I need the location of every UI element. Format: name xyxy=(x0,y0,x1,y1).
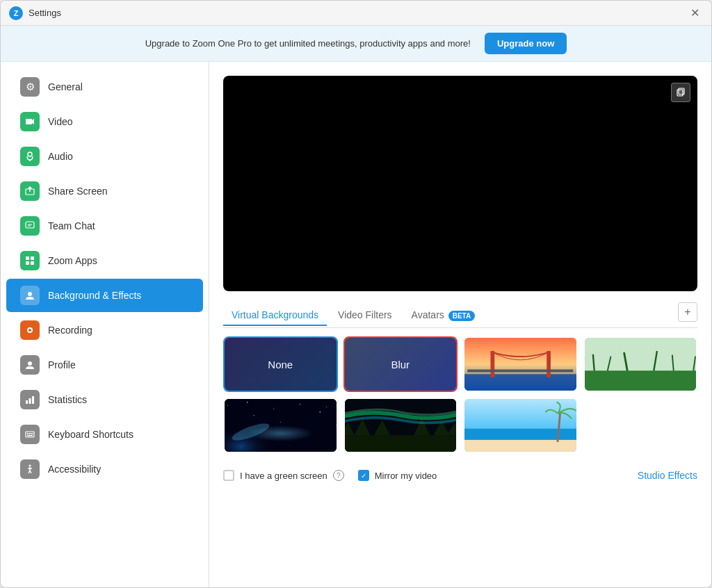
svg-rect-9 xyxy=(31,256,34,260)
svg-point-24 xyxy=(29,465,31,467)
sidebar-item-share-screen[interactable]: Share Screen xyxy=(6,174,203,208)
sidebar-label-general: General xyxy=(48,81,83,92)
svg-rect-68 xyxy=(464,440,576,452)
sidebar-item-background-effects[interactable]: Background & Effects xyxy=(6,279,203,312)
svg-rect-8 xyxy=(26,256,29,260)
svg-point-52 xyxy=(254,415,254,416)
svg-rect-18 xyxy=(32,396,34,404)
background-aurora-preview xyxy=(345,399,457,452)
svg-rect-10 xyxy=(26,261,29,265)
background-grass[interactable] xyxy=(583,336,698,392)
svg-point-50 xyxy=(326,407,327,407)
studio-effects-link[interactable]: Studio Effects xyxy=(638,470,697,481)
sidebar: ⚙ General Video Audio Share Screen xyxy=(1,62,209,587)
recording-icon xyxy=(20,320,40,340)
sidebar-label-team-chat: Team Chat xyxy=(48,220,95,231)
mirror-video-checkbox[interactable]: ✓ xyxy=(358,470,369,481)
sidebar-label-statistics: Statistics xyxy=(48,394,87,405)
sidebar-item-recording[interactable]: Recording xyxy=(6,313,203,347)
tabs-area: Virtual Backgrounds Video Filters Avatar… xyxy=(223,302,697,453)
background-blur-preview: Blur xyxy=(345,338,457,391)
video-preview xyxy=(223,76,697,291)
svg-point-54 xyxy=(320,411,321,412)
sidebar-label-recording: Recording xyxy=(48,325,92,336)
sidebar-label-share-screen: Share Screen xyxy=(48,186,108,197)
background-effects-icon xyxy=(20,286,40,305)
svg-point-46 xyxy=(227,405,228,406)
svg-rect-36 xyxy=(585,338,697,371)
upgrade-banner: Upgrade to Zoom One Pro to get unlimited… xyxy=(1,26,711,62)
close-button[interactable]: ✕ xyxy=(686,5,703,22)
green-screen-group: I have a green screen ? xyxy=(223,470,344,481)
background-none-preview: None xyxy=(225,338,337,391)
sidebar-item-statistics[interactable]: Statistics xyxy=(6,383,203,416)
svg-rect-30 xyxy=(679,88,684,95)
accessibility-icon xyxy=(20,459,40,479)
sidebar-label-profile: Profile xyxy=(48,359,76,370)
profile-icon xyxy=(20,355,40,375)
settings-window: Z Settings ✕ Upgrade to Zoom One Pro to … xyxy=(0,0,712,588)
background-none[interactable]: None xyxy=(223,336,338,392)
svg-point-47 xyxy=(247,402,248,402)
background-aurora[interactable] xyxy=(343,398,458,453)
sidebar-item-keyboard-shortcuts[interactable]: Keyboard Shortcuts xyxy=(6,418,203,451)
svg-rect-37 xyxy=(585,371,697,391)
share-screen-icon xyxy=(20,181,40,201)
mirror-video-label: Mirror my video xyxy=(375,471,437,481)
window-title: Settings xyxy=(29,8,61,18)
svg-rect-17 xyxy=(29,398,31,404)
svg-rect-33 xyxy=(491,351,495,377)
sidebar-item-video[interactable]: Video xyxy=(6,105,203,138)
background-grass-preview xyxy=(585,338,697,391)
statistics-icon xyxy=(20,390,40,409)
svg-point-2 xyxy=(28,152,32,156)
svg-point-49 xyxy=(300,404,300,405)
sidebar-item-accessibility[interactable]: Accessibility xyxy=(6,452,203,486)
background-beach[interactable] xyxy=(463,398,578,453)
sidebar-label-accessibility: Accessibility xyxy=(48,464,101,475)
video-icon xyxy=(20,112,40,131)
zoom-apps-icon xyxy=(20,251,40,270)
video-copy-button[interactable] xyxy=(671,83,690,102)
green-screen-help-icon[interactable]: ? xyxy=(333,470,344,481)
keyboard-shortcuts-icon xyxy=(20,425,40,444)
background-space-preview xyxy=(225,399,337,452)
svg-rect-16 xyxy=(26,400,28,404)
sidebar-item-team-chat[interactable]: Team Chat xyxy=(6,209,203,243)
upgrade-now-button[interactable]: Upgrade now xyxy=(485,33,567,54)
sidebar-item-zoom-apps[interactable]: Zoom Apps xyxy=(6,244,203,277)
title-bar-left: Z Settings xyxy=(9,6,61,20)
sidebar-label-audio: Audio xyxy=(48,151,73,162)
mirror-video-group: ✓ Mirror my video xyxy=(358,470,437,481)
team-chat-icon xyxy=(20,216,40,236)
add-background-button[interactable]: + xyxy=(678,302,697,322)
general-icon: ⚙ xyxy=(20,77,40,97)
svg-point-14 xyxy=(29,329,31,332)
svg-point-12 xyxy=(28,292,32,296)
sidebar-item-audio[interactable]: Audio xyxy=(6,140,203,173)
svg-rect-34 xyxy=(547,351,551,377)
svg-rect-11 xyxy=(31,261,34,265)
background-blur[interactable]: Blur xyxy=(343,336,458,392)
green-screen-checkbox[interactable] xyxy=(223,470,234,481)
svg-rect-22 xyxy=(31,433,33,434)
sidebar-item-general[interactable]: ⚙ General xyxy=(6,70,203,104)
background-space[interactable] xyxy=(223,398,338,453)
svg-point-15 xyxy=(28,361,32,366)
sidebar-label-keyboard-shortcuts: Keyboard Shortcuts xyxy=(48,429,134,440)
sidebar-label-video: Video xyxy=(48,116,73,127)
tab-avatars[interactable]: Avatars BETA xyxy=(403,305,484,326)
sidebar-label-background-effects: Background & Effects xyxy=(48,290,141,301)
tab-virtual-backgrounds[interactable]: Virtual Backgrounds xyxy=(223,305,327,326)
main-content: ⚙ General Video Audio Share Screen xyxy=(1,62,711,587)
background-bridge[interactable] xyxy=(463,336,578,392)
content-area: Virtual Backgrounds Video Filters Avatar… xyxy=(209,62,711,587)
tab-video-filters[interactable]: Video Filters xyxy=(330,305,400,326)
footer-options: I have a green screen ? ✓ Mirror my vide… xyxy=(223,464,697,481)
svg-point-48 xyxy=(273,409,274,409)
sidebar-label-zoom-apps: Zoom Apps xyxy=(48,255,97,266)
audio-icon xyxy=(20,147,40,166)
sidebar-item-profile[interactable]: Profile xyxy=(6,348,203,382)
svg-point-53 xyxy=(280,422,281,423)
background-blur-label: Blur xyxy=(391,359,410,370)
